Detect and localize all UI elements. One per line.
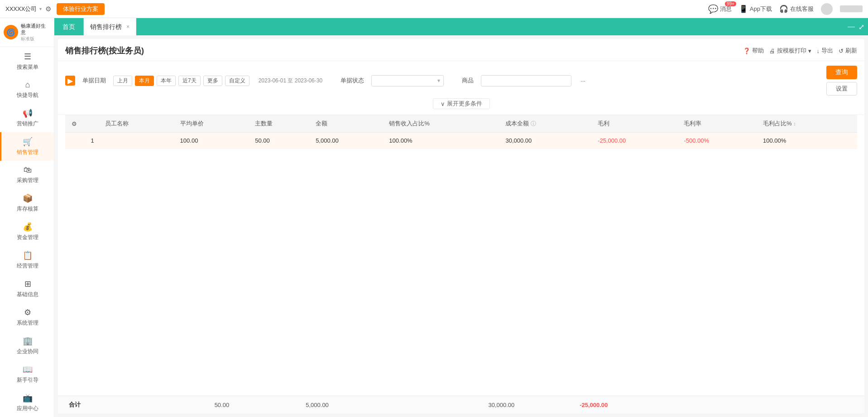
help-button[interactable]: ❓ 帮助 <box>743 47 764 55</box>
capital-icon: 💰 <box>23 222 33 232</box>
home-icon: ⌂ <box>25 80 30 90</box>
sidebar-item-basic[interactable]: ⊞ 基础信息 <box>0 274 54 303</box>
top-bar-right: 💬 消息 99+ 📱 App下载 🎧 在线客服 <box>708 3 863 15</box>
trial-button[interactable]: 体验行业方案 <box>57 3 105 15</box>
company-selector[interactable]: XXXXX公司 ▾ <box>5 5 42 13</box>
sidebar-item-system[interactable]: ⚙ 系统管理 <box>0 303 54 331</box>
username <box>840 5 863 12</box>
refresh-button[interactable]: ↺ 刷新 <box>839 47 857 55</box>
top-bar: XXXXX公司 ▾ ⚙ 体验行业方案 💬 消息 99+ 📱 App下载 🎧 在线… <box>0 0 868 18</box>
enterprise-icon: 🏢 <box>23 336 33 346</box>
row-sales-pct: 100.00% <box>385 133 502 149</box>
newbie-icon: 📖 <box>23 364 33 374</box>
tab-sales-ranking[interactable]: 销售排行榜 × <box>84 18 136 35</box>
tab-label: 销售排行榜 <box>90 18 122 35</box>
row-amount: 5,000.00 <box>312 133 385 149</box>
status-select[interactable] <box>371 75 444 86</box>
logo-icon: 🌀 <box>4 25 18 39</box>
query-button[interactable]: 查询 <box>826 66 857 79</box>
date-btn-this-month[interactable]: 本月 <box>135 76 154 86</box>
sidebar-item-shortcut[interactable]: ⌂ 快捷导航 <box>0 76 54 104</box>
cost-info-icon[interactable]: ⓘ <box>531 120 536 127</box>
footer-cost: 30,000.00 <box>489 402 580 408</box>
goods-input[interactable] <box>481 75 571 86</box>
tab-home[interactable]: 首页 <box>54 18 84 35</box>
footer-label-cell: 合计 <box>69 401 123 409</box>
goods-label: 商品 <box>462 77 474 85</box>
expand-icon[interactable]: ⤢ <box>858 23 864 31</box>
col-gross-pct: 毛利占比% ↕ <box>759 115 857 133</box>
phone-icon: 📱 <box>739 5 748 13</box>
date-btn-this-year[interactable]: 本年 <box>157 76 176 86</box>
sidebar-item-newbie[interactable]: 📖 新手引导 <box>0 360 54 388</box>
template-print-button[interactable]: 🖨 按模板打印 ▾ <box>769 47 811 55</box>
filter-area: ▶ 单据日期 上月 本月 本年 近7天 更多 自定义 2023-06-01 至 … <box>58 61 864 115</box>
footer-amount: 5,000.00 <box>306 402 397 408</box>
sidebar-item-sales[interactable]: 🛒 销售管理 <box>0 132 54 161</box>
row-gross-rate: -500.00% <box>680 133 759 149</box>
sidebar-item-operations[interactable]: 📋 经营管理 <box>0 246 54 274</box>
table-row: 1 100.00 50.00 5,000.00 100.00% 30,000.0… <box>65 133 857 149</box>
tab-bar: 首页 销售排行榜 × — ⤢ <box>54 18 868 35</box>
date-btn-more[interactable]: 更多 <box>203 76 222 86</box>
date-btn-custom[interactable]: 自定义 <box>225 76 249 86</box>
sidebar-label-search: 搜索菜单 <box>17 63 38 71</box>
sidebar-item-apps[interactable]: 📺 应用中心 <box>0 388 54 417</box>
notification-area[interactable]: 💬 消息 99+ <box>708 4 732 14</box>
sidebar-item-purchase[interactable]: 🛍 采购管理 <box>0 161 54 189</box>
sidebar-label-marketing: 营销推广 <box>17 120 38 128</box>
sidebar-item-marketing[interactable]: 📢 营销推广 <box>0 104 54 132</box>
chat-icon: 💬 <box>708 4 718 14</box>
more-dots[interactable]: ··· <box>580 77 585 84</box>
main-layout: 🌀 畅康通好生意 标准版 ☰ 搜索菜单 ⌂ 快捷导航 📢 营销推广 🛒 销售管理… <box>0 18 868 417</box>
sidebar-item-capital[interactable]: 💰 资金管理 <box>0 217 54 246</box>
sidebar-label-inventory: 库存核算 <box>17 205 38 213</box>
date-btn-last-month[interactable]: 上月 <box>113 76 132 86</box>
status-select-wrap <box>371 75 444 86</box>
service-label: 在线客服 <box>790 5 814 13</box>
date-label: 单据日期 <box>82 77 106 85</box>
gear-icon: ⚙ <box>72 120 77 127</box>
minimize-icon[interactable]: — <box>848 23 855 31</box>
status-label: 单据状态 <box>340 77 364 85</box>
tab-close-icon[interactable]: × <box>126 18 129 35</box>
tab-bar-right: — ⤢ <box>848 23 868 31</box>
avatar <box>821 3 833 15</box>
date-filter: 上月 本月 本年 近7天 更多 自定义 <box>113 76 249 86</box>
date-btn-7days[interactable]: 近7天 <box>178 76 201 86</box>
settings-small-button[interactable]: 设置 <box>826 82 857 96</box>
col-amount: 全额 <box>312 115 385 133</box>
logo-text-wrap: 畅康通好生意 标准版 <box>21 23 50 42</box>
col-settings[interactable]: ⚙ <box>65 115 83 133</box>
export-icon: ↓ <box>817 48 820 54</box>
sidebar-label-shortcut: 快捷导航 <box>17 91 38 99</box>
search-menu-icon: ☰ <box>24 52 31 62</box>
logo-sub: 标准版 <box>21 36 50 42</box>
query-panel: 查询 设置 <box>823 66 857 96</box>
sidebar-label-newbie: 新手引导 <box>17 376 38 384</box>
col-rank <box>83 115 101 133</box>
apps-icon: 📺 <box>23 393 33 403</box>
expand-row: ∨ 展开更多条件 <box>65 96 857 110</box>
basic-icon: ⊞ <box>24 279 31 289</box>
online-service[interactable]: 🎧 在线客服 <box>779 5 814 13</box>
row-name <box>101 133 177 149</box>
sidebar-item-search-order[interactable]: ☰ 搜索菜单 <box>0 47 54 76</box>
row-gross: -25,000.00 <box>594 133 680 149</box>
export-button[interactable]: ↓ 导出 <box>817 47 834 55</box>
filter-expand-arrow[interactable]: ▶ <box>65 76 75 86</box>
sidebar-logo: 🌀 畅康通好生意 标准版 <box>0 18 54 47</box>
row-avg-price: 100.00 <box>177 133 252 149</box>
app-download[interactable]: 📱 App下载 <box>739 5 772 13</box>
expand-more-button[interactable]: ∨ 展开更多条件 <box>433 98 490 109</box>
page-actions: ❓ 帮助 🖨 按模板打印 ▾ ↓ 导出 ↺ 刷新 <box>743 47 858 55</box>
sidebar-item-inventory[interactable]: 📦 库存核算 <box>0 189 54 217</box>
table-wrap: ⚙ 员工名称 平均单价 主数量 全额 销售收入占比% 成本全额 ⓘ <box>58 115 864 396</box>
operations-icon: 📋 <box>23 250 33 260</box>
sidebar-item-enterprise[interactable]: 🏢 企业协同 <box>0 331 54 360</box>
company-name: XXXXX公司 <box>5 5 37 13</box>
sidebar: 🌀 畅康通好生意 标准版 ☰ 搜索菜单 ⌂ 快捷导航 📢 营销推广 🛒 销售管理… <box>0 18 54 417</box>
settings-icon[interactable]: ⚙ <box>45 5 51 13</box>
col-name: 员工名称 <box>101 115 177 133</box>
sidebar-label-sales: 销售管理 <box>17 149 38 156</box>
